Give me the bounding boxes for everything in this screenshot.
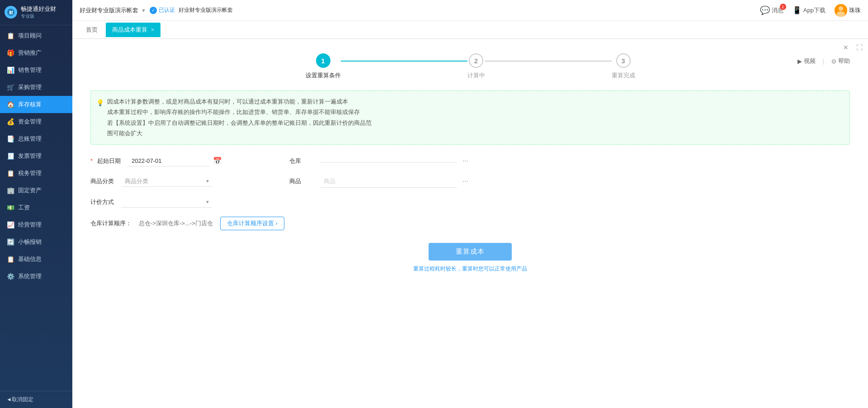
- step-2-circle: 2: [469, 53, 483, 68]
- warehouse-order-settings-button[interactable]: 仓库计算顺序设置 ›: [220, 217, 284, 230]
- topbar: 好业财专业版演示帐套 ▼ ✓ 已认证 好业财专业版演示帐套 💬 消息 1 📱 A…: [72, 0, 868, 21]
- sidebar-item-label: 库存核算: [18, 100, 42, 109]
- user-profile[interactable]: 珠珠: [835, 4, 861, 17]
- project-icon: 📋: [6, 32, 14, 40]
- phone-icon: 📱: [793, 6, 802, 14]
- account-name: 好业财专业版演示帐套: [80, 6, 138, 14]
- pricing-select[interactable]: [121, 197, 212, 207]
- sidebar-item-expense[interactable]: 🔄 小畅报销: [0, 233, 72, 251]
- topbar-right: 💬 消息 1 📱 App下载 珠珠: [760, 4, 861, 17]
- info-box: 💡 因成本计算参数调整，或是对商品成本有疑问时，可以通过成本重算功能，重新计算一…: [90, 90, 850, 145]
- sidebar-item-accounting[interactable]: 📑 总账管理: [0, 130, 72, 147]
- tab-home-label: 首页: [86, 26, 98, 34]
- marketing-icon: 🎁: [6, 49, 14, 57]
- recalc-section: 重算成本 重算过程耗时较长，重算时您可以正常使用产品: [90, 243, 850, 273]
- video-label: 视频: [804, 57, 816, 65]
- category-group: 商品分类 商品分类 ▼: [90, 176, 271, 187]
- sidebar-item-sales[interactable]: 📊 销售管理: [0, 62, 72, 79]
- salary-icon: 💵: [6, 204, 14, 212]
- recalc-button[interactable]: 重算成本: [429, 243, 512, 261]
- warehouse-order-label: 仓库计算顺序：: [90, 219, 132, 228]
- sidebar-item-label: 营销推广: [18, 49, 42, 57]
- logo-text-block: 畅捷通好业财 专业版: [21, 5, 56, 19]
- finance-icon: 💰: [6, 118, 14, 126]
- svg-point-3: [839, 6, 843, 11]
- sales-icon: 📊: [6, 66, 14, 74]
- info-line-1: 因成本计算参数调整，或是对商品成本有疑问时，可以通过成本重算功能，重新计算一遍成…: [107, 96, 842, 107]
- tab-close-icon[interactable]: ×: [151, 27, 154, 33]
- warehouse-order-btn-label: 仓库计算顺序设置 ›: [227, 219, 278, 228]
- help-circle-icon: ⊙: [831, 58, 836, 65]
- user-name: 珠珠: [849, 6, 861, 14]
- category-select-wrapper: 商品分类 ▼: [121, 176, 212, 187]
- tab-cost-recalc[interactable]: 商品成本重算 ×: [106, 23, 160, 37]
- tab-home[interactable]: 首页: [80, 23, 104, 37]
- sidebar-item-finance[interactable]: 💰 资金管理: [0, 113, 72, 130]
- step-2-label: 计算中: [467, 71, 485, 80]
- message-button[interactable]: 💬 消息 1: [760, 5, 783, 15]
- sidebar-item-salary[interactable]: 💵 工资: [0, 199, 72, 216]
- app-download-button[interactable]: 📱 App下载: [793, 6, 826, 14]
- sidebar-item-label: 系统管理: [18, 272, 42, 280]
- step-1-circle: 1: [316, 53, 330, 68]
- svg-text:财: 财: [9, 10, 14, 15]
- step-1-num: 1: [321, 57, 325, 65]
- verified-badge: ✓ 已认证 好业财专业版演示帐套: [150, 6, 233, 14]
- content-area: ✕ ⛶ 1 设置重算条件 2 计算中 3: [72, 39, 868, 408]
- app-name: 畅捷通好业财: [21, 5, 56, 13]
- step-1-label: 设置重算条件: [306, 71, 341, 80]
- form-row-2: 商品分类 商品分类 ▼ 商品 商品 ···: [90, 176, 850, 188]
- sidebar-item-purchase[interactable]: 🛒 采购管理: [0, 79, 72, 96]
- sidebar-pin-toggle[interactable]: ◄取消固定: [0, 391, 72, 408]
- sidebar-logo: 财 畅捷通好业财 专业版: [0, 0, 72, 25]
- sidebar-item-inventory[interactable]: 🏠 库存核算: [0, 96, 72, 113]
- sidebar-item-marketing[interactable]: 🎁 营销推广: [0, 44, 72, 62]
- chevron-down-icon: ▼: [141, 8, 146, 13]
- form-row-1: * 起始日期 📅 仓库 ···: [90, 156, 850, 166]
- sidebar-item-operations[interactable]: 📈 经营管理: [0, 216, 72, 233]
- maximize-window-button[interactable]: ⛶: [854, 43, 864, 52]
- sidebar-item-label: 销售管理: [18, 66, 42, 74]
- video-help-links: ▶ 视频 | ⊙ 帮助: [797, 57, 850, 65]
- start-date-group: * 起始日期 📅: [90, 156, 271, 166]
- category-label: 商品分类: [90, 177, 118, 185]
- pin-toggle-label: ◄取消固定: [6, 396, 33, 403]
- sidebar-item-project[interactable]: 📋 项目顾问: [0, 27, 72, 44]
- help-link[interactable]: ⊙ 帮助: [831, 57, 850, 65]
- sidebar-item-system[interactable]: ⚙️ 系统管理: [0, 268, 72, 285]
- close-window-button[interactable]: ✕: [841, 43, 851, 52]
- warehouse-more-button[interactable]: ···: [461, 157, 470, 165]
- message-count-badge: 1: [780, 4, 786, 10]
- warehouse-group: 仓库 ···: [289, 157, 470, 165]
- sidebar-item-label: 小畅报销: [18, 238, 42, 246]
- sidebar-item-label: 总账管理: [18, 135, 42, 143]
- form-section: * 起始日期 📅 仓库 ··· 商品分类 商品分类: [90, 156, 850, 273]
- category-select[interactable]: 商品分类: [121, 176, 212, 186]
- product-group: 商品 商品 ···: [289, 176, 470, 188]
- divider: |: [823, 57, 824, 65]
- recalc-btn-label: 重算成本: [456, 247, 485, 255]
- sidebar-item-label: 基础信息: [18, 255, 42, 263]
- sidebar-item-basic[interactable]: 📋 基础信息: [0, 251, 72, 268]
- product-more-button[interactable]: ···: [461, 177, 470, 185]
- sidebar-item-tax[interactable]: 📋 税务管理: [0, 165, 72, 182]
- start-date-input[interactable]: [128, 156, 209, 166]
- sidebar-item-invoice[interactable]: 🧾 发票管理: [0, 147, 72, 165]
- steps-container: 1 设置重算条件 2 计算中 3 重算完成 ▶: [72, 39, 868, 90]
- inventory-icon: 🏠: [6, 100, 14, 109]
- calendar-icon[interactable]: 📅: [213, 157, 222, 165]
- sidebar: 财 畅捷通好业财 专业版 📋 项目顾问 🎁 营销推广 📊 销售管理 🛒 采购管理…: [0, 0, 72, 408]
- account-selector[interactable]: 好业财专业版演示帐套 ▼: [80, 6, 146, 14]
- start-date-label: 起始日期: [97, 157, 124, 165]
- step-2: 2 计算中: [467, 53, 485, 80]
- sidebar-item-label: 资金管理: [18, 118, 42, 126]
- video-link[interactable]: ▶ 视频: [797, 57, 816, 65]
- step-2-num: 2: [474, 57, 478, 65]
- product-value: 商品: [320, 176, 457, 188]
- sidebar-item-assets[interactable]: 🏢 固定资产: [0, 182, 72, 199]
- warehouse-order-value: 总仓->深圳仓库->...->门店仓: [139, 219, 213, 228]
- step-3-circle: 3: [616, 53, 631, 68]
- verified-text: 已认证: [159, 6, 175, 14]
- sidebar-item-label: 发票管理: [18, 152, 42, 160]
- pricing-label: 计价方式: [90, 198, 121, 206]
